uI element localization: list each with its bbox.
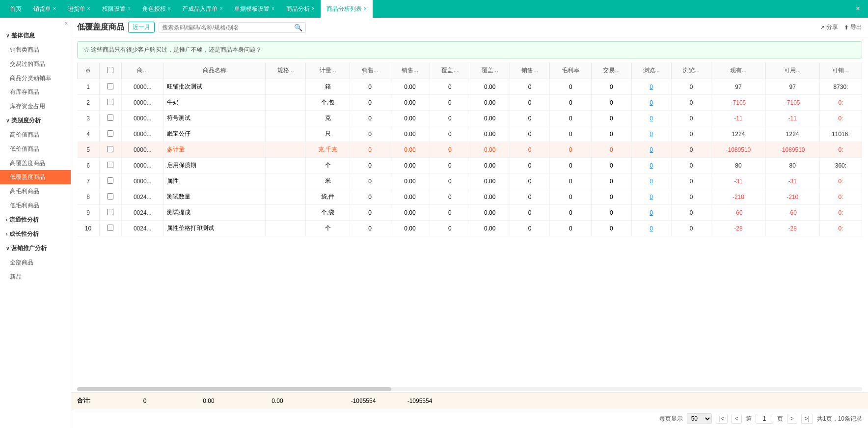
sidebar-item-stocked-products[interactable]: 有库存商品 [0, 85, 71, 99]
sidebar-item-low-value[interactable]: 低价值商品 [0, 142, 71, 156]
row-sales-days: 0 [510, 142, 549, 158]
sidebar-group-growth[interactable]: › 成长性分析 [0, 227, 71, 241]
chevron-down-icon-3: ∨ [6, 246, 9, 251]
scroll-thumb[interactable] [77, 387, 391, 391]
row-browse1[interactable]: 0 [631, 142, 671, 158]
row-checkbox[interactable] [99, 142, 121, 158]
row-sales-qty: 0 [350, 158, 390, 173]
prev-page-button[interactable]: < [732, 414, 742, 424]
row-cov1: 0 [430, 173, 470, 189]
search-icon[interactable]: 🔍 [294, 24, 302, 31]
row-available: -60 [765, 205, 819, 221]
last-page-button[interactable]: >| [801, 414, 813, 424]
row-trans: 0 [592, 189, 631, 205]
col-checkbox[interactable] [99, 62, 121, 79]
sidebar-item-high-value[interactable]: 高价值商品 [0, 128, 71, 142]
close-all-button[interactable]: × [852, 4, 864, 13]
row-sales-days: 0 [510, 158, 549, 173]
row-checkbox[interactable] [99, 189, 121, 205]
table-container: ⚙ 商... 商品名称 规格... 计量... 销售... 销售... 覆盖..… [71, 62, 868, 386]
next-page-button[interactable]: > [787, 414, 797, 424]
nav-item-product-analysis-list[interactable]: 商品分析列表 × [321, 0, 373, 18]
row-browse1[interactable]: 0 [631, 95, 671, 111]
search-input[interactable] [162, 24, 294, 31]
content-area: 低覆盖度商品 近一月 🔍 ↗ 分享 ⬆ 导出 ☆ 这些商品只有很少客户购买过，是… [71, 18, 868, 428]
chevron-down-icon-2: ∨ [6, 118, 9, 123]
page-size-select[interactable]: 50 100 [687, 413, 712, 424]
nav-item-purchase[interactable]: 进货单 × [62, 0, 96, 18]
select-all-checkbox[interactable] [107, 67, 113, 73]
row-cov1: 0 [430, 111, 470, 126]
nav-item-role[interactable]: 角色授权 × [136, 0, 177, 18]
row-checkbox[interactable] [99, 111, 121, 126]
row-code: 0000... [121, 173, 163, 189]
page-input[interactable] [756, 414, 773, 424]
first-page-button[interactable]: |< [716, 414, 728, 424]
sidebar-group-category[interactable]: ∨ 类别度分析 [0, 114, 71, 128]
col-sales-days: 销售... [510, 62, 549, 79]
time-filter-button[interactable]: 近一月 [128, 22, 155, 33]
nav-item-production[interactable]: 产成品入库单 × [176, 0, 228, 18]
row-unit: 个,包 [305, 95, 350, 111]
row-available: -210 [765, 189, 819, 205]
sidebar-group-marketing[interactable]: ∨ 营销推广分析 [0, 241, 71, 256]
row-checkbox[interactable] [99, 173, 121, 189]
table-row: 3 0000... 符号测试 克 0 0.00 0 0.00 0 0 0 0 0… [78, 111, 862, 126]
nav-item-product-analysis[interactable]: 商品分析 × [280, 0, 321, 18]
row-checkbox[interactable] [99, 95, 121, 111]
row-browse1[interactable]: 0 [631, 221, 671, 236]
horizontal-scrollbar[interactable] [71, 386, 868, 392]
nav-item-sales[interactable]: 销货单 × [27, 0, 62, 18]
sidebar-item-high-margin[interactable]: 高毛利商品 [0, 184, 71, 199]
sidebar-item-category-rate[interactable]: 商品分类动销率 [0, 71, 71, 86]
col-code: 商... [121, 62, 163, 79]
sidebar-group-liquidity[interactable]: › 流通性分析 [0, 213, 71, 227]
total-sales-qty: 0 [101, 398, 189, 404]
sidebar-collapse-button[interactable]: « [0, 18, 71, 29]
row-checkbox[interactable] [99, 221, 121, 236]
sidebar-item-inventory-capital[interactable]: 库存资金占用 [0, 99, 71, 114]
nav-item-permissions[interactable]: 权限设置 × [96, 0, 136, 18]
row-num: 7 [78, 173, 100, 189]
row-checkbox[interactable] [99, 205, 121, 221]
row-browse1[interactable]: 0 [631, 126, 671, 142]
row-name: 符号测试 [163, 111, 266, 126]
row-checkbox[interactable] [99, 126, 121, 142]
row-checkbox[interactable] [99, 79, 121, 95]
sidebar-item-high-coverage[interactable]: 高覆盖度商品 [0, 156, 71, 171]
pagination-bar: 每页显示 50 100 |< < 第 页 > >| 共1页，10条记录 [71, 409, 868, 428]
col-settings[interactable]: ⚙ [78, 62, 100, 79]
row-current: -7105 [711, 95, 765, 111]
nav-item-home[interactable]: 首页 [4, 0, 27, 18]
sidebar-item-all-products[interactable]: 全部商品 [0, 256, 71, 270]
row-gross: 0 [550, 79, 592, 95]
sidebar-item-low-margin[interactable]: 低毛利商品 [0, 199, 71, 213]
total-pages-info: 共1页，10条记录 [817, 415, 862, 423]
share-button[interactable]: ↗ 分享 [820, 23, 838, 31]
row-cov2: 0.00 [470, 126, 510, 142]
row-checkbox[interactable] [99, 158, 121, 173]
row-browse1[interactable]: 0 [631, 111, 671, 126]
chevron-right-icon-2: › [6, 231, 7, 237]
row-browse1[interactable]: 0 [631, 158, 671, 173]
total-sales-amt: 0.00 [189, 398, 228, 404]
sidebar-item-new-products[interactable]: 新品 [0, 270, 71, 284]
row-browse1[interactable]: 0 [631, 79, 671, 95]
col-coverage1: 覆盖... [430, 62, 470, 79]
row-sales-amt: 0.00 [390, 173, 430, 189]
row-browse1[interactable]: 0 [631, 205, 671, 221]
export-icon: ⬆ [844, 24, 849, 31]
sidebar-item-sales-products[interactable]: 销售类商品 [0, 43, 71, 57]
row-current: -31 [711, 173, 765, 189]
row-browse1[interactable]: 0 [631, 189, 671, 205]
sidebar-group-overview[interactable]: ∨ 整体信息 [0, 29, 71, 43]
top-nav-bar: 首页 销货单 × 进货单 × 权限设置 × 角色授权 × 产成品入库单 × 单据… [0, 0, 868, 18]
row-browse2: 0 [671, 79, 711, 95]
row-sales-amt: 0.00 [390, 221, 430, 236]
sidebar-item-low-coverage[interactable]: 低覆盖度商品 [0, 170, 71, 184]
nav-item-template[interactable]: 单据模板设置 × [228, 0, 280, 18]
sidebar-item-traded-products[interactable]: 交易过的商品 [0, 57, 71, 71]
export-button[interactable]: ⬆ 导出 [844, 23, 862, 31]
row-browse1[interactable]: 0 [631, 173, 671, 189]
row-trans: 0 [592, 205, 631, 221]
